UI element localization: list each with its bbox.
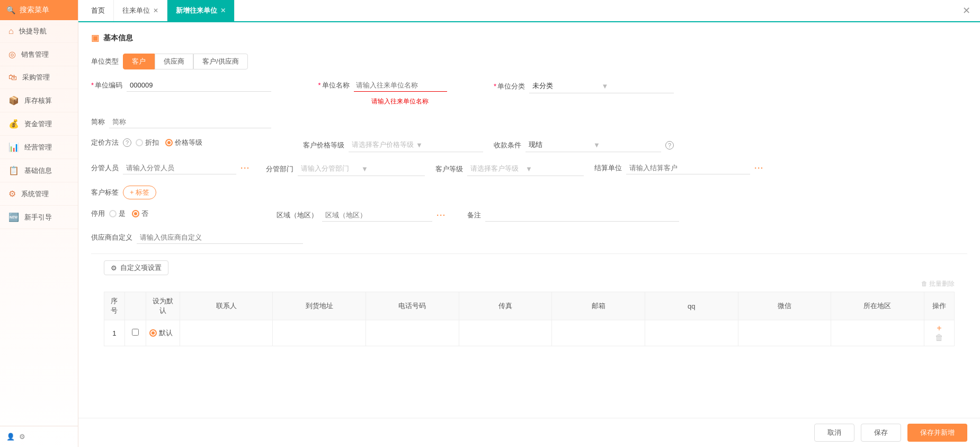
- settlement-label: 结算单位: [594, 163, 622, 173]
- dept-select[interactable]: 请输入分管部门 ▼: [298, 162, 425, 176]
- pricing-radio-group: 折扣 价格等级: [136, 138, 202, 147]
- sidebar-item-finance[interactable]: 💰 资金管理: [0, 112, 78, 136]
- unit-code-field: *单位编码: [91, 79, 271, 92]
- region-more-btn[interactable]: ···: [436, 211, 446, 220]
- cell-phone[interactable]: [366, 320, 459, 346]
- settlement-more-btn[interactable]: ···: [754, 164, 764, 172]
- unit-name-input[interactable]: [354, 79, 447, 91]
- search-menu[interactable]: 🔍 搜索菜单: [0, 0, 78, 20]
- qq-input[interactable]: [648, 329, 735, 337]
- customer-tag-label: 客户标签: [91, 188, 119, 197]
- manager-field: 分管人员 ···: [91, 162, 250, 174]
- customer-price-select[interactable]: 请选择客户价格等级 ▼: [349, 138, 483, 152]
- cell-wechat[interactable]: [738, 320, 831, 346]
- cell-contact[interactable]: [180, 320, 273, 346]
- chevron-down-icon-4: ▼: [361, 165, 422, 173]
- gear-icon: ⚙: [111, 264, 117, 272]
- customer-tag-row: 客户标签 + 标签: [91, 186, 967, 199]
- remark-input[interactable]: [485, 209, 679, 222]
- unit-code-input[interactable]: [127, 79, 271, 92]
- add-tag-button[interactable]: + 标签: [123, 186, 156, 199]
- radio-discount[interactable]: 折扣: [136, 138, 159, 147]
- tab-new-partner[interactable]: 新增往来单位 ✕: [167, 0, 235, 21]
- dept-label: 分管部门: [266, 164, 293, 174]
- short-name-label: 简称: [91, 117, 105, 127]
- pricing-row: 定价方法 ? 折扣 价格等级 客户价格等级 请选择客户价格等: [91, 138, 967, 152]
- cancel-button[interactable]: 取消: [814, 424, 854, 442]
- custom-settings-button[interactable]: ⚙ 自定义项设置: [104, 260, 168, 275]
- settlement-field: 结算单位 ···: [594, 162, 764, 174]
- home-icon: ⌂: [8, 27, 14, 36]
- region-label: 区域（地区）: [277, 211, 318, 220]
- table-add-button[interactable]: +: [934, 323, 943, 333]
- row-region-input[interactable]: [834, 329, 921, 337]
- col-fax: 传真: [459, 292, 552, 320]
- cell-region[interactable]: [831, 320, 924, 346]
- customer-grade-select[interactable]: 请选择客户等级 ▼: [467, 162, 584, 176]
- close-partner-list-tab[interactable]: ✕: [153, 7, 158, 14]
- batch-delete-icon: 🗑: [921, 280, 928, 287]
- disabled-row: 停用 是 否 区域（地区） ··· 备注: [91, 209, 967, 222]
- row-checkbox[interactable]: [132, 329, 139, 336]
- disabled-radio-group: 是 否: [109, 209, 148, 218]
- contact-input[interactable]: [183, 329, 270, 337]
- manager-more-btn[interactable]: ···: [240, 164, 250, 172]
- sidebar-item-operations[interactable]: 📊 经营管理: [0, 136, 78, 159]
- unit-type-buttons: 客户 供应商 客户/供应商: [123, 54, 248, 69]
- sidebar: 🔍 搜索菜单 ⌂ 快捷导航 ◎ 销售管理 🛍 采购管理 📦 库存核算 💰 资金管…: [0, 0, 78, 447]
- type-btn-supplier[interactable]: 供应商: [155, 54, 193, 69]
- pricing-help-icon[interactable]: ?: [123, 138, 131, 147]
- sidebar-item-basic-info[interactable]: 📋 基础信息: [0, 159, 78, 182]
- save-and-new-button[interactable]: 保存并新增: [907, 424, 967, 442]
- unit-type-row: 单位类型 客户 供应商 客户/供应商: [91, 54, 967, 69]
- wechat-input[interactable]: [742, 329, 828, 337]
- col-checkbox: [124, 292, 146, 320]
- table-del-button[interactable]: 🗑: [933, 333, 946, 343]
- short-name-input[interactable]: [109, 116, 271, 128]
- sidebar-item-sales[interactable]: ◎ 销售管理: [0, 43, 78, 66]
- settlement-input[interactable]: [626, 162, 750, 174]
- phone-input[interactable]: [369, 329, 456, 337]
- col-wechat: 微信: [738, 292, 831, 320]
- unit-type-label: 单位类型: [91, 57, 119, 66]
- payment-terms-select[interactable]: 现结 ▼: [525, 138, 661, 152]
- finance-icon: 💰: [8, 119, 19, 129]
- sidebar-item-system[interactable]: ⚙ 系统管理: [0, 182, 78, 206]
- col-default: 设为默认: [146, 292, 180, 320]
- payment-help-icon[interactable]: ?: [665, 141, 674, 150]
- cell-email[interactable]: [552, 320, 645, 346]
- pricing-method-field: 定价方法 ? 折扣 价格等级: [91, 138, 292, 147]
- cell-fax[interactable]: [459, 320, 552, 346]
- customer-grade-label: 客户等级: [435, 164, 463, 174]
- default-radio[interactable]: 默认: [149, 328, 176, 338]
- supplier-custom-input[interactable]: [137, 231, 303, 244]
- region-input[interactable]: [322, 209, 432, 222]
- cell-qq[interactable]: [645, 320, 738, 346]
- sidebar-item-quick-nav[interactable]: ⌂ 快捷导航: [0, 20, 78, 43]
- radio-disabled-no[interactable]: 否: [132, 209, 148, 218]
- radio-disabled-yes[interactable]: 是: [109, 209, 126, 218]
- cell-address[interactable]: [273, 320, 366, 346]
- manager-input[interactable]: [123, 162, 236, 174]
- address-input[interactable]: [276, 329, 362, 337]
- sidebar-item-purchase[interactable]: 🛍 采购管理: [0, 66, 78, 89]
- unit-category-select[interactable]: 未分类 ▼: [529, 79, 674, 93]
- fax-input[interactable]: [462, 329, 549, 337]
- radio-grade[interactable]: 价格等级: [165, 138, 202, 147]
- form-content: ▣ 基本信息 单位类型 客户 供应商 客户/供应商 *单位编码 *单位: [78, 22, 980, 418]
- sidebar-item-inventory[interactable]: 📦 库存核算: [0, 89, 78, 112]
- type-btn-both[interactable]: 客户/供应商: [193, 54, 248, 69]
- sidebar-item-guide[interactable]: 🆕 新手引导: [0, 206, 78, 229]
- sidebar-footer: 👤 ⚙: [0, 426, 78, 447]
- tab-home[interactable]: 首页: [83, 0, 114, 21]
- email-input[interactable]: [555, 329, 642, 337]
- cell-checkbox[interactable]: [124, 320, 146, 346]
- unit-category-label: *单位分类: [494, 82, 525, 91]
- tab-partner-list[interactable]: 往来单位 ✕: [114, 0, 167, 21]
- close-new-partner-tab[interactable]: ✕: [220, 7, 226, 14]
- dept-field: 分管部门 请输入分管部门 ▼: [266, 162, 425, 176]
- type-btn-customer[interactable]: 客户: [123, 54, 155, 69]
- save-button[interactable]: 保存: [861, 424, 901, 442]
- close-all-tabs[interactable]: ✕: [957, 5, 976, 16]
- system-icon: ⚙: [8, 189, 16, 199]
